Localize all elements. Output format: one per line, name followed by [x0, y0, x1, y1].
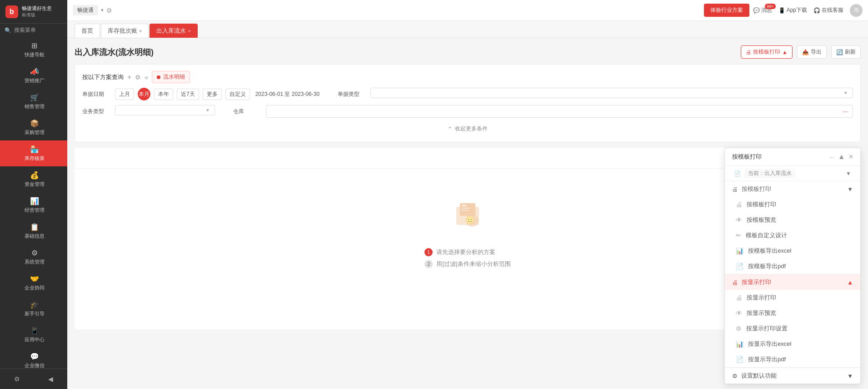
sidebar-item-sales[interactable]: 🛒 销售管理: [0, 89, 67, 115]
content-wrapper: 查询 设置 😐: [75, 148, 861, 329]
template-export-pdf-item[interactable]: 📄 按模板导出pdf: [725, 259, 860, 274]
footer-arrow-icon: ▼: [847, 373, 853, 379]
template-print-header[interactable]: 🖨 按模板打印 ▼: [725, 181, 860, 197]
date-btn-7days[interactable]: 近7天: [177, 89, 199, 100]
export-icon: 📤: [802, 49, 809, 55]
dropdown-title: 按模板打印: [732, 153, 762, 161]
refresh-button[interactable]: 🔄 刷新: [831, 45, 861, 59]
basic-icon: 📋: [30, 223, 39, 231]
date-btn-more[interactable]: 更多: [203, 89, 222, 100]
workspace-selector: 畅捷通 ▼ ⚙: [73, 5, 700, 15]
date-btn-this-year[interactable]: 本年: [154, 89, 173, 100]
display-section-label: 按显示打印: [742, 278, 771, 286]
display-export-pdf-item[interactable]: 📄 按显示导出pdf: [725, 352, 860, 367]
workspace-name[interactable]: 畅捷通: [73, 5, 98, 15]
template-section-arrow-icon: ▼: [847, 186, 853, 193]
template-preview-item[interactable]: 👁 按模板预览: [725, 212, 860, 228]
voucher-type-arrow-icon: ▼: [843, 90, 848, 95]
display-section-arrow-icon: ▲: [847, 279, 853, 286]
preview-item-icon: 👁: [736, 216, 742, 224]
tab-batch-account-close[interactable]: ×: [139, 28, 142, 34]
dropdown-footer[interactable]: ⚙ 设置默认功能 ▼: [725, 368, 860, 384]
filter-chip-dot: [157, 75, 160, 79]
template-section-label: 按模板打印: [742, 185, 771, 193]
filter-settings-icon[interactable]: ⚙: [135, 74, 141, 81]
workspace-dropdown-icon[interactable]: ▼: [100, 8, 105, 13]
filter-collapse-icon[interactable]: «: [145, 74, 148, 81]
tab-inout-flow-close[interactable]: ×: [188, 28, 190, 34]
business-type-select[interactable]: ▼: [115, 105, 215, 115]
minimize-panel-button[interactable]: ▲: [838, 153, 845, 161]
sidebar-settings-button[interactable]: ⚙: [12, 374, 22, 384]
trial-button[interactable]: 体验行业方案: [704, 4, 749, 17]
sidebar-collapse-button[interactable]: ◀: [46, 374, 55, 384]
sidebar-item-purchase[interactable]: 📦 采购管理: [0, 115, 67, 140]
dropdown-header-actions: ··· ▲ ×: [829, 153, 853, 161]
current-icon: 📄: [734, 170, 741, 177]
template-print-item[interactable]: 🖨 按模板打印: [725, 197, 860, 212]
search-menu[interactable]: 🔍 搜索菜单: [0, 24, 67, 37]
svg-rect-4: [462, 210, 468, 211]
inventory-icon: 🏪: [30, 145, 39, 154]
display-export-excel-item[interactable]: 📊 按显示导出excel: [725, 336, 860, 352]
page-actions: 🖨 按模板打印 ▲ 📤 导出 🔄 刷新: [741, 45, 861, 59]
sidebar-item-label: 营销推广: [25, 77, 45, 84]
sidebar-item-operations[interactable]: 📊 经营管理: [0, 192, 67, 218]
online-service-button[interactable]: 🎧 在线客服: [813, 6, 843, 14]
svg-text:😐: 😐: [465, 216, 474, 224]
collapse-button[interactable]: ⌃ 收起更多条件: [82, 122, 853, 135]
message-button[interactable]: 💬 消息 99+: [753, 6, 772, 14]
template-custom-item[interactable]: ✏ 模板自定义设计: [725, 228, 860, 243]
main-wrapper: 畅捷通 ▼ ⚙ 体验行业方案 💬 消息 99+ 📱 App下载 🎧 在线客服 用: [67, 0, 868, 389]
filter-chip-label: 流水明细: [163, 73, 185, 81]
sidebar-item-finance[interactable]: 💰 资金管理: [0, 166, 67, 192]
display-preview-item[interactable]: 👁 按显示预览: [725, 305, 860, 321]
date-btn-last-month[interactable]: 上月: [115, 89, 134, 100]
sidebar-item-enterprise[interactable]: 🤝 企业协同: [0, 270, 67, 296]
sidebar-item-marketing[interactable]: 📣 营销推广: [0, 63, 67, 89]
sidebar-item-label: 库存核算: [25, 155, 45, 162]
warehouse-select[interactable]: ···: [266, 105, 853, 118]
template-print-label: 按模板打印: [747, 200, 776, 209]
search-label: 搜索菜单: [14, 26, 36, 34]
tab-batch-account[interactable]: 库存批次账 ×: [101, 24, 149, 38]
collapse-label: 收起更多条件: [455, 125, 488, 133]
filter-section-title: 按以下方案查询: [82, 73, 124, 81]
sales-icon: 🛒: [30, 93, 39, 102]
filter-business-row: 业务类型 ▼ 仓库 ···: [82, 105, 853, 118]
voucher-type-select[interactable]: ▼: [370, 88, 853, 98]
sidebar-item-system[interactable]: ⚙ 系统管理: [0, 244, 67, 270]
print-chevron-up-icon: ▲: [782, 49, 788, 55]
template-export-excel-label: 按模板导出excel: [748, 247, 791, 255]
date-btn-custom[interactable]: 自定义: [225, 89, 250, 100]
page-title: 出入库流水(流水明细): [75, 47, 154, 58]
dropdown-more-icon[interactable]: ···: [829, 154, 834, 160]
close-panel-button[interactable]: ×: [849, 153, 853, 161]
avatar[interactable]: 用: [850, 4, 863, 17]
warehouse-more-icon[interactable]: ···: [843, 108, 848, 115]
sidebar-item-inventory[interactable]: 🏪 库存核算: [0, 140, 67, 166]
display-print-header[interactable]: 🖨 按显示打印 ▲: [725, 274, 860, 290]
date-btn-this-month[interactable]: 本月: [138, 88, 150, 100]
sidebar-item-guide[interactable]: 🎓 新手引导: [0, 296, 67, 322]
sidebar-item-apps[interactable]: 📱 应用中心: [0, 322, 67, 348]
print-icon: 🖨: [746, 49, 751, 55]
tab-home[interactable]: 首页: [75, 24, 100, 38]
display-export-excel-label: 按显示导出excel: [748, 340, 791, 348]
sidebar-item-label: 销售管理: [25, 103, 45, 110]
workspace-gear-icon[interactable]: ⚙: [106, 7, 112, 14]
sidebar-item-basic[interactable]: 📋 基础信息: [0, 218, 67, 244]
filter-add-button[interactable]: +: [127, 73, 131, 81]
display-print-item[interactable]: 🖨 按显示打印: [725, 290, 860, 305]
sidebar-item-wechat[interactable]: 💬 企业微信: [0, 348, 67, 369]
refresh-icon: 🔄: [836, 49, 843, 55]
display-print-settings-item[interactable]: ⚙ 按显示打印设置: [725, 321, 860, 336]
app-download-button[interactable]: 📱 App下载: [778, 6, 807, 14]
template-export-excel-item[interactable]: 📊 按模板导出excel: [725, 243, 860, 259]
sidebar-bottom: ⚙ ◀: [0, 369, 67, 389]
tab-inout-flow[interactable]: 出入库流水 ×: [150, 24, 197, 38]
export-button[interactable]: 📤 导出: [797, 45, 827, 59]
display-preview-label: 按显示预览: [747, 309, 776, 317]
print-template-button[interactable]: 🖨 按模板打印 ▲: [741, 45, 793, 59]
sidebar-item-quick-nav[interactable]: ⊞ 快捷导航: [0, 37, 67, 63]
